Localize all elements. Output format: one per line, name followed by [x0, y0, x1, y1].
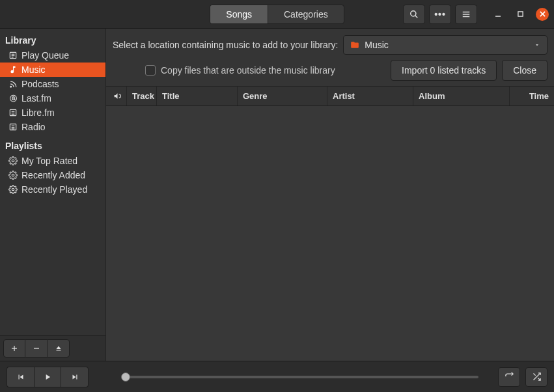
add-playlist-button[interactable]: [3, 339, 25, 357]
track-table-header: Track Title Genre Artist Album Time: [106, 87, 554, 106]
svg-point-22: [12, 160, 14, 162]
column-track[interactable]: Track: [127, 87, 157, 105]
folder-icon: [350, 40, 359, 49]
view-categories-tab[interactable]: Categories: [268, 5, 344, 23]
import-panel: Select a location containing music to ad…: [106, 29, 554, 87]
lastfm-icon: ⓐ: [8, 94, 18, 104]
queue-icon: [8, 51, 18, 60]
column-artist[interactable]: Artist: [327, 87, 413, 105]
eject-button[interactable]: [48, 339, 70, 357]
sidebar-item-music[interactable]: Music: [0, 63, 105, 77]
view-songs-tab[interactable]: Songs: [210, 5, 268, 23]
next-icon: [70, 372, 79, 382]
svg-point-13: [10, 86, 11, 87]
svg-line-1: [415, 15, 418, 18]
sidebar-item-label: Music: [21, 64, 46, 75]
copy-files-label: Copy files that are outside the music li…: [161, 65, 335, 76]
seek-slider[interactable]: [95, 376, 492, 378]
more-icon: •••: [434, 9, 446, 20]
svg-point-0: [411, 10, 416, 16]
view-toggle: Songs Categories: [210, 5, 344, 24]
chevron-down-icon: [534, 42, 540, 48]
radio-icon: [8, 122, 18, 132]
minimize-window-button[interactable]: [492, 8, 505, 21]
more-button[interactable]: •••: [429, 5, 451, 24]
column-time[interactable]: Time: [510, 87, 554, 105]
next-button[interactable]: [61, 367, 89, 387]
sidebar-item-label: Play Queue: [21, 50, 69, 61]
librefm-icon: [8, 108, 18, 117]
music-note-icon: [8, 65, 18, 74]
svg-rect-6: [518, 12, 522, 16]
smart-playlist-icon: [8, 156, 18, 165]
hamburger-icon: [462, 10, 471, 19]
column-playing[interactable]: [109, 87, 127, 105]
sidebar-item-label: Recently Added: [21, 170, 85, 180]
sidebar-item-recently-added[interactable]: Recently Added: [0, 168, 105, 182]
sidebar-item-label: Recently Played: [21, 184, 87, 195]
import-prompt-label: Select a location containing music to ad…: [113, 40, 338, 50]
close-import-button[interactable]: Close: [502, 60, 547, 81]
shuffle-icon: [532, 372, 542, 382]
sidebar-item-radio[interactable]: Radio: [0, 120, 105, 134]
playback-controls: [7, 367, 89, 387]
sidebar-item-label: Last.fm: [21, 93, 51, 104]
maximize-window-button[interactable]: [514, 8, 527, 21]
minimize-icon: [495, 11, 501, 18]
play-icon: [43, 372, 52, 382]
sidebar-item-my-top-rated[interactable]: My Top Rated: [0, 154, 105, 168]
close-window-button[interactable]: [536, 8, 549, 21]
close-icon: [540, 11, 546, 17]
column-album[interactable]: Album: [413, 87, 510, 105]
speaker-icon: [113, 92, 122, 100]
column-genre[interactable]: Genre: [238, 87, 327, 105]
sidebar-heading-library: Library: [0, 33, 105, 48]
previous-button[interactable]: [7, 367, 34, 387]
sidebar-heading-playlists: Playlists: [0, 138, 105, 154]
smart-playlist-icon: [8, 171, 18, 180]
copy-files-checkbox[interactable]: Copy files that are outside the music li…: [145, 65, 335, 76]
repeat-icon: [505, 372, 514, 382]
sidebar-item-label: My Top Rated: [21, 156, 77, 166]
sidebar-item-recently-played[interactable]: Recently Played: [0, 182, 105, 197]
checkbox-box: [145, 65, 156, 76]
titlebar: Songs Categories •••: [0, 0, 554, 29]
location-selector[interactable]: Music: [343, 35, 547, 55]
search-icon: [409, 10, 419, 19]
sidebar-toolbar: [0, 335, 105, 361]
eject-icon: [55, 344, 62, 352]
smart-playlist-icon: [8, 185, 18, 194]
seek-knob[interactable]: [121, 372, 130, 382]
previous-icon: [16, 372, 25, 382]
sidebar-item-podcasts[interactable]: Podcasts: [0, 77, 105, 91]
svg-point-23: [12, 174, 14, 176]
rss-icon: [8, 80, 18, 89]
sidebar-item-label: Radio: [21, 122, 46, 132]
shuffle-button[interactable]: [525, 367, 547, 387]
maximize-icon: [518, 11, 523, 17]
sidebar-item-librefm[interactable]: Libre.fm: [0, 105, 105, 120]
repeat-button[interactable]: [498, 367, 520, 387]
seek-track: [121, 376, 478, 378]
player-bar: [0, 361, 554, 392]
minus-icon: [33, 344, 40, 352]
svg-line-30: [533, 374, 535, 376]
column-title[interactable]: Title: [157, 87, 238, 105]
svg-point-24: [12, 188, 14, 191]
remove-playlist-button[interactable]: [25, 339, 48, 357]
location-name: Music: [365, 40, 389, 50]
hamburger-menu-button[interactable]: [455, 5, 477, 24]
sidebar-item-label: Podcasts: [21, 79, 59, 89]
search-button[interactable]: [403, 5, 425, 24]
track-table-body: [106, 106, 554, 361]
sidebar-item-lastfm[interactable]: ⓐ Last.fm: [0, 91, 105, 105]
sidebar-item-label: Libre.fm: [21, 107, 55, 118]
content-area: Select a location containing music to ad…: [106, 29, 554, 361]
play-button[interactable]: [34, 367, 61, 387]
sidebar: Library Play Queue Music Podcasts: [0, 29, 106, 361]
import-tracks-button[interactable]: Import 0 listed tracks: [391, 60, 497, 81]
sidebar-item-play-queue[interactable]: Play Queue: [0, 48, 105, 63]
plus-icon: [10, 344, 18, 352]
